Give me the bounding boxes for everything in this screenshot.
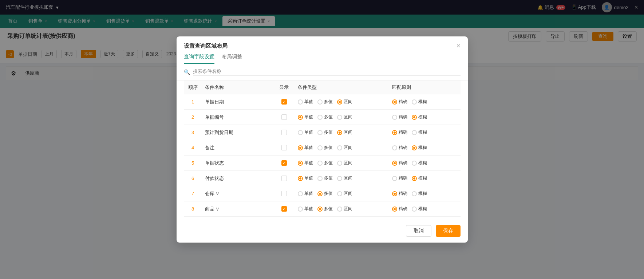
match-radio-精确[interactable]	[392, 115, 397, 120]
match-radio-精确[interactable]	[392, 161, 397, 166]
type-radio-单值[interactable]	[298, 161, 303, 166]
dialog: 设置查询区域布局 × 查询字段设置 布局调整 🔍 顺序 条件名称 显示 条件类型…	[177, 36, 468, 243]
show-checkbox[interactable]	[281, 176, 287, 181]
dialog-footer: 取消 保存	[177, 219, 468, 243]
type-radio-区间[interactable]	[337, 130, 342, 135]
type-radio-区间[interactable]	[337, 99, 342, 105]
search-area: 🔍	[177, 64, 468, 80]
type-radio-多值[interactable]	[317, 207, 323, 212]
col-show-header: 显示	[273, 84, 295, 91]
show-checkbox[interactable]	[281, 145, 287, 150]
table-row: 2单据编号单值多值区间精确模糊	[184, 110, 461, 125]
table-row: 7仓库 ∨单值多值区间精确模糊	[184, 186, 461, 201]
table-row: 8商品 ∨单值多值区间精确模糊	[184, 201, 461, 217]
match-radio-模糊[interactable]	[412, 115, 417, 120]
match-radio-模糊[interactable]	[412, 145, 417, 150]
show-checkbox[interactable]	[281, 160, 287, 166]
cancel-button[interactable]: 取消	[406, 225, 431, 237]
match-radio-精确[interactable]	[392, 99, 397, 105]
match-radio-模糊[interactable]	[412, 191, 417, 196]
type-radio-区间[interactable]	[337, 191, 342, 196]
save-button[interactable]: 保存	[436, 225, 461, 237]
type-radio-多值[interactable]	[317, 99, 323, 105]
type-radio-区间[interactable]	[337, 207, 342, 212]
type-radio-多值[interactable]	[317, 145, 323, 150]
table-row: 5单据状态单值多值区间精确模糊	[184, 156, 461, 171]
dialog-tabs: 查询字段设置 布局调整	[177, 50, 468, 64]
type-radio-单值[interactable]	[298, 130, 303, 135]
dialog-tab-query[interactable]: 查询字段设置	[184, 54, 214, 64]
search-icon: 🔍	[184, 69, 190, 75]
dialog-title: 设置查询区域布局	[184, 43, 228, 50]
match-radio-精确[interactable]	[392, 176, 397, 181]
type-radio-区间[interactable]	[337, 161, 342, 166]
show-checkbox[interactable]	[281, 130, 287, 135]
search-input[interactable]	[193, 68, 461, 76]
type-radio-多值[interactable]	[317, 191, 323, 196]
type-radio-单值[interactable]	[298, 115, 303, 120]
match-radio-模糊[interactable]	[412, 99, 417, 105]
match-radio-模糊[interactable]	[412, 161, 417, 166]
dialog-tab-layout[interactable]: 布局调整	[222, 54, 242, 64]
show-checkbox[interactable]	[281, 206, 287, 212]
match-radio-精确[interactable]	[392, 145, 397, 150]
type-radio-单值[interactable]	[298, 145, 303, 150]
table-row: 1单据日期单值多值区间精确模糊	[184, 94, 461, 110]
dialog-table: 顺序 条件名称 显示 条件类型 匹配原则 1单据日期单值多值区间精确模糊2单据编…	[177, 80, 468, 219]
table-row: 6付款状态单值多值区间精确模糊	[184, 171, 461, 186]
type-radio-多值[interactable]	[317, 161, 323, 166]
match-radio-精确[interactable]	[392, 130, 397, 135]
dialog-table-header: 顺序 条件名称 显示 条件类型 匹配原则	[184, 80, 461, 94]
table-row: 4备注单值多值区间精确模糊	[184, 140, 461, 156]
show-checkbox[interactable]	[281, 99, 287, 105]
match-radio-模糊[interactable]	[412, 130, 417, 135]
type-radio-区间[interactable]	[337, 176, 342, 181]
dialog-close-button[interactable]: ×	[457, 42, 461, 50]
col-match-header: 匹配原则	[389, 84, 461, 91]
type-radio-单值[interactable]	[298, 176, 303, 181]
match-radio-精确[interactable]	[392, 191, 397, 196]
type-radio-区间[interactable]	[337, 115, 342, 120]
match-radio-模糊[interactable]	[412, 176, 417, 181]
type-radio-多值[interactable]	[317, 115, 323, 120]
show-checkbox[interactable]	[281, 114, 287, 120]
col-name-header: 条件名称	[202, 84, 273, 91]
type-radio-多值[interactable]	[317, 130, 323, 135]
table-row: 3预计到货日期单值多值区间精确模糊	[184, 125, 461, 140]
col-type-header: 条件类型	[295, 84, 389, 91]
dialog-rows-container: 1单据日期单值多值区间精确模糊2单据编号单值多值区间精确模糊3预计到货日期单值多…	[184, 94, 461, 219]
type-radio-单值[interactable]	[298, 207, 303, 212]
type-radio-区间[interactable]	[337, 145, 342, 150]
dialog-header: 设置查询区域布局 ×	[177, 36, 468, 50]
match-radio-精确[interactable]	[392, 207, 397, 212]
col-order-header: 顺序	[184, 84, 202, 91]
type-radio-多值[interactable]	[317, 176, 323, 181]
type-radio-单值[interactable]	[298, 99, 303, 105]
modal-overlay: 设置查询区域布局 × 查询字段设置 布局调整 🔍 顺序 条件名称 显示 条件类型…	[0, 0, 644, 279]
type-radio-单值[interactable]	[298, 191, 303, 196]
match-radio-模糊[interactable]	[412, 207, 417, 212]
show-checkbox[interactable]	[281, 191, 287, 196]
